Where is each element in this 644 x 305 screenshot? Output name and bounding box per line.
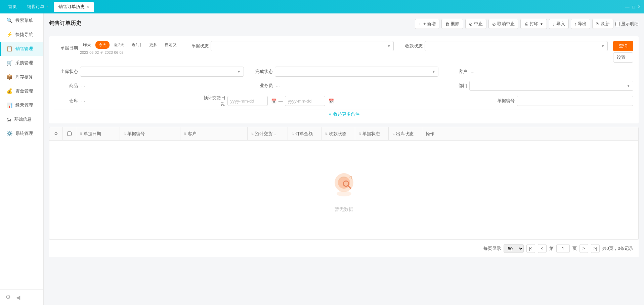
sort-icon-customer: ⇅ [184,132,186,136]
col-receipt-header[interactable]: ⇅ 收款状态 [321,127,355,140]
restore-btn[interactable]: □ [632,4,635,9]
warehouse-ellipsis[interactable]: ··· [80,98,86,104]
tab-home[interactable]: 首页 [3,2,22,12]
doc-num-input[interactable] [517,96,633,106]
last-page-btn[interactable]: >| [591,244,600,253]
top-actions: + + 新增 🗑 删除 ⊘ 中止 ⊘ 取消中止 🖨 打印 [415,19,639,29]
sidebar-item-basic[interactable]: 🗂 基础信息 [0,112,43,126]
sidebar-settings-icon[interactable]: ⚙ [5,294,11,301]
col-status-header[interactable]: ⇅ 单据状态 [355,127,389,140]
sidebar-item-quick-label: 快捷导航 [15,32,33,38]
department-select[interactable]: ▼ [469,81,633,91]
out-status-select[interactable]: ▼ [80,67,244,77]
select-all-checkbox[interactable] [67,131,72,136]
query-button[interactable]: 查询 [613,41,633,51]
sort-icon-receipt: ⇅ [325,132,328,136]
sidebar-item-system[interactable]: ⚙️ 系统管理 [0,126,43,141]
close-history-tab[interactable]: × [87,5,89,9]
date-tab-yesterday[interactable]: 昨天 [80,41,94,49]
display-toggle-label: 显示明细 [621,21,639,27]
col-delivery-header[interactable]: ⇅ 预计交货... [248,127,288,140]
delete-icon: 🗑 [445,22,449,27]
content-area: 销售订单历史 + + 新增 🗑 删除 ⊘ 中止 ⊘ 取消中止 [44,13,644,305]
page-size-select[interactable]: 50 10 20 100 [504,244,524,253]
first-page-btn[interactable]: |< [526,244,535,253]
prev-page-btn[interactable]: < [538,244,547,253]
import-button[interactable]: ↓ 导入 [549,19,569,29]
print-button[interactable]: 🖨 打印 ▼ [520,19,547,29]
col-out-header[interactable]: ⇅ 出库状态 [389,127,422,140]
sidebar-collapse-icon[interactable]: ◀ [16,294,20,301]
salesperson-ellipsis[interactable]: ··· [275,83,281,89]
tab-sales-history[interactable]: 销售订单历史 × [54,2,93,12]
date-tab-more[interactable]: 更多 [146,41,160,49]
display-toggle[interactable]: 显示明细 [615,21,639,27]
warehouse-label: 仓库 [54,98,78,104]
order-status-select[interactable]: ▼ [211,41,394,51]
col-num-header[interactable]: ⇅ 单据编号 [120,127,180,140]
add-button[interactable]: + + 新增 [415,19,439,29]
export-button[interactable]: ↑ 导出 [571,19,591,29]
complete-status-select[interactable]: ▼ [275,67,439,77]
sidebar-item-inventory[interactable]: 📦 库存核算 [0,70,43,84]
sidebar-bottom: ⚙ ◀ [0,289,43,305]
col-date-header[interactable]: ⇅ 单据日期 [76,127,120,140]
close-btn[interactable]: × [638,4,641,10]
add-icon: + [419,22,421,27]
collapse-label: ∧ 收起更多条件 [328,112,359,117]
cancel-stop-button[interactable]: ⊘ 取消中止 [488,19,518,29]
main-layout: 🔍 搜索菜单 ⚡ 快捷导航 📋 销售管理 🛒 采购管理 📦 库存核算 💰 资金管… [0,13,644,305]
sidebar-item-basic-label: 基础信息 [14,116,32,122]
receipt-status-label: 收款状态 [399,43,423,49]
delete-button[interactable]: 🗑 删除 [441,19,463,29]
sort-icon-amount: ⇅ [291,132,294,136]
col-settings[interactable]: ⚙ [49,127,63,140]
calendar-start-icon: 📅 [271,99,276,104]
receipt-status-select[interactable]: ▼ [425,41,608,51]
date-filter-label: 单据日期 [54,45,78,51]
display-detail-checkbox[interactable] [615,22,620,26]
customer-ellipsis[interactable]: ··· [469,69,476,75]
refresh-button[interactable]: ↻ 刷新 [592,19,613,29]
department-arrow: ▼ [627,84,630,88]
col-check[interactable] [63,127,76,140]
minimize-btn[interactable]: — [625,4,630,9]
tab-home-label: 首页 [8,4,17,10]
col-amount-header[interactable]: ⇅ 订单金额 [288,127,321,140]
operation-icon: 📊 [6,102,13,108]
date-tab-7days[interactable]: 近7天 [111,41,127,49]
col-customer-header[interactable]: ⇅ 客户 [180,127,248,140]
date-tab-today[interactable]: 今天 [95,41,110,49]
filter-panel: 单据日期 昨天 今天 近7天 近1月 更多 自定义 2023-06-02 至 2… [49,36,639,123]
sidebar-item-search-menu[interactable]: 🔍 搜索菜单 [0,13,43,28]
sidebar-item-quick-nav[interactable]: ⚡ 快捷导航 [0,28,43,42]
delivery-date-end[interactable]: yyyy-mm-dd [285,96,325,106]
next-page-btn[interactable]: > [579,244,588,253]
customer-label: 客户 [444,69,467,75]
sidebar-item-finance[interactable]: 💰 资金管理 [0,84,43,98]
stop-button[interactable]: ⊘ 中止 [465,19,486,29]
sidebar-item-finance-label: 资金管理 [15,88,33,94]
date-tab-1month[interactable]: 近1月 [129,41,145,49]
order-status-label: 单据状态 [185,43,209,49]
total-text: 共0页，0条记录 [602,245,633,252]
stop-icon: ⊘ [469,22,473,27]
salesperson-label: 业务员 [249,83,273,89]
sales-icon: 📋 [6,46,13,52]
collapse-bar[interactable]: ∧ 收起更多条件 [54,110,633,119]
settings-button[interactable]: 设置 [613,52,633,63]
close-sales-order-tab[interactable]: × [46,5,48,9]
date-tab-custom[interactable]: 自定义 [162,41,180,49]
empty-state: 暂无数据 [49,141,638,239]
sidebar-item-purchase[interactable]: 🛒 采购管理 [0,56,43,70]
product-ellipsis[interactable]: ··· [80,83,86,89]
tab-sales-order[interactable]: 销售订单 × [22,2,53,12]
sidebar-item-sales[interactable]: 📋 销售管理 [0,42,43,56]
sidebar-item-operation[interactable]: 📊 经营管理 [0,98,43,112]
settings-gear-icon: ⚙ [54,131,58,136]
page-size-label: 每页显示 [483,245,501,252]
page-label: 第 [549,245,554,252]
export-icon: ↑ [574,22,577,27]
page-number-input[interactable] [556,244,570,253]
delivery-date-start[interactable]: yyyy-mm-dd [227,96,268,106]
